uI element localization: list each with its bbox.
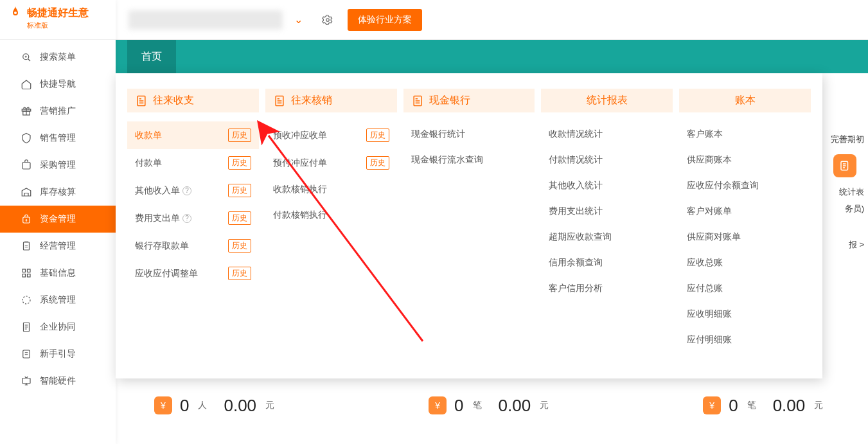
menu-item[interactable]: 应收明细账 [679,301,811,327]
right-text-2[interactable]: 统计表 [822,184,868,200]
help-icon[interactable]: ? [182,186,191,195]
menu-item[interactable]: 现金银行统计 [403,121,535,147]
menu-item[interactable]: 应收应付调整单历史 [127,260,259,287]
menu-item[interactable]: 客户对账单 [679,199,811,224]
sidebar-item-label: 智能硬件 [40,375,76,387]
menu-item[interactable]: 收款核销执行 [265,177,397,202]
history-tag[interactable]: 历史 [228,239,251,253]
menu-item-label: 应收明细账 [687,308,732,320]
column-title: 账本 [735,94,756,107]
topbar: ⌄ 体验行业方案 [116,0,868,40]
sidebar-item-10[interactable]: 企业协同 [0,314,116,341]
svg-point-11 [22,296,30,304]
menu-item-label: 现金银行统计 [411,129,465,140]
menu-item[interactable]: 信用余额查询 [541,250,673,276]
sidebar-item-8[interactable]: 基础信息 [0,260,116,287]
menu-item[interactable]: 其他收入统计 [541,173,673,199]
history-tag[interactable]: 历史 [228,184,251,197]
menu-item[interactable]: 银行存取款单历史 [127,232,259,260]
menu-item[interactable]: 付款情况统计 [541,147,673,173]
menu-item-label: 供应商账本 [687,154,732,166]
menu-item-label: 收款单 [135,130,162,141]
svg-rect-10 [28,274,31,278]
menu-item[interactable]: 预收冲应收单历史 [265,121,397,149]
clipboard-icon [21,240,32,252]
menu-item-label: 应付总账 [687,283,723,294]
sidebar-item-3[interactable]: 销售管理 [0,125,116,152]
gear-icon[interactable] [322,14,333,26]
menu-item[interactable]: 超期应收款查询 [541,224,673,250]
sidebar-item-label: 经营管理 [40,240,76,252]
menu-item[interactable]: 供应商账本 [679,147,811,173]
panel-column-1: 往来核销预收冲应收单历史预付冲应付单历史收款核销执行付款核销执行 [265,89,397,353]
history-tag[interactable]: 历史 [228,211,251,225]
stat-card: ¥ 0人 0.00元 [154,386,274,425]
sidebar-item-4[interactable]: 采购管理 [0,152,116,179]
svg-rect-6 [24,242,30,250]
menu-item-label: 现金银行流水查询 [411,154,483,166]
menu-item[interactable]: 应付明细账 [679,327,811,353]
document-icon [135,94,148,107]
menu-item[interactable]: 费用支出单?历史 [127,204,259,232]
sidebar-item-label: 销售管理 [40,132,76,144]
sidebar-item-0[interactable]: 搜索菜单 [0,44,116,71]
sidebar-item-1[interactable]: 快捷导航 [0,71,116,98]
menu-item[interactable]: 付款单历史 [127,149,259,177]
menu-item[interactable]: 现金银行流水查询 [403,147,535,173]
menu-item[interactable]: 应收应付余额查询 [679,173,811,199]
newbie-icon [21,348,32,360]
menu-item-label: 应收总账 [687,257,723,269]
menu-item-label: 预收冲应收单 [273,130,327,141]
org-selector-blurred[interactable] [128,10,283,30]
chevron-down-icon[interactable]: ⌄ [289,13,308,26]
menu-item[interactable]: 预付冲应付单历史 [265,149,397,177]
history-tag[interactable]: 历史 [228,267,251,280]
menu-item-label: 客户账本 [687,129,723,140]
history-tag[interactable]: 历史 [228,156,251,170]
menu-item-label: 付款核销执行 [273,209,327,221]
sidebar-item-9[interactable]: 系统管理 [0,287,116,314]
menu-item[interactable]: 供应商对账单 [679,224,811,250]
svg-rect-7 [22,269,26,272]
right-text-4[interactable]: 报 > [822,236,868,253]
sidebar-item-label: 营销推广 [40,105,76,117]
panel-column-0: 往来收支收款单历史付款单历史其他收入单?历史费用支出单?历史银行存取款单历史应收… [127,89,259,353]
menu-item[interactable]: 收款情况统计 [541,121,673,147]
sidebar-item-12[interactable]: 智能硬件 [0,368,116,395]
svg-rect-13 [23,350,30,358]
menu-item[interactable]: 应收总账 [679,250,811,276]
right-text-1: 完善期初 [822,131,868,148]
menu-item[interactable]: 收款单历史 [127,121,259,149]
sidebar-item-7[interactable]: 经营管理 [0,233,116,260]
sidebar-item-11[interactable]: 新手引导 [0,341,116,368]
report-icon[interactable] [833,154,856,177]
stat-value: 0.00 [224,396,256,416]
sidebar-item-6[interactable]: 资金管理 [0,206,116,233]
menu-item-label: 预付冲应付单 [273,157,327,169]
menu-item[interactable]: 应付总账 [679,276,811,301]
panel-column-3: 统计报表收款情况统计付款情况统计其他收入统计费用支出统计超期应收款查询信用余额查… [541,89,673,353]
menu-item[interactable]: 付款核销执行 [265,202,397,228]
sidebar-item-label: 系统管理 [40,294,76,306]
search-icon [21,51,32,63]
fund-management-dropdown: 往来收支收款单历史付款单历史其他收入单?历史费用支出单?历史银行存取款单历史应收… [116,73,822,378]
sidebar-item-5[interactable]: 库存核算 [0,179,116,206]
sidebar-item-label: 搜索菜单 [40,51,76,63]
doc-icon [21,321,32,333]
menu-item[interactable]: 客户信用分析 [541,276,673,301]
history-tag[interactable]: 历史 [228,129,251,142]
menu-item[interactable]: 其他收入单?历史 [127,177,259,204]
history-tag[interactable]: 历史 [366,156,389,170]
menu-item[interactable]: 客户账本 [679,121,811,147]
industry-plan-button[interactable]: 体验行业方案 [348,9,422,31]
menu-item[interactable]: 费用支出统计 [541,199,673,224]
sidebar-item-2[interactable]: 营销推广 [0,98,116,125]
nav-list: 搜索菜单快捷导航营销推广销售管理采购管理库存核算资金管理经营管理基础信息系统管理… [0,40,116,395]
svg-point-15 [326,18,330,21]
stat-count: 0 [454,396,463,416]
warehouse-icon [21,186,32,198]
tab-home[interactable]: 首页 [127,40,176,73]
history-tag[interactable]: 历史 [366,129,389,142]
right-hints: 完善期初 统计表 务员) 报 > [822,73,868,330]
help-icon[interactable]: ? [182,214,191,223]
